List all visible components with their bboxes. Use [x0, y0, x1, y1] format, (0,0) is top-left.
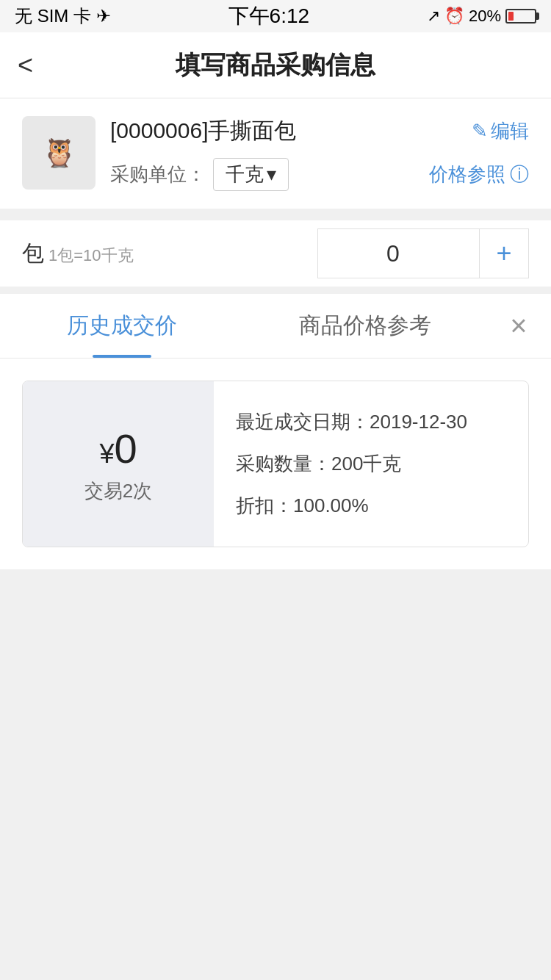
- price-reference-button[interactable]: 价格参照 ⓘ: [429, 162, 529, 187]
- quantity-plus-button[interactable]: +: [479, 228, 529, 278]
- product-thumbnail-icon: 🦉: [42, 137, 76, 169]
- product-thumbnail: 🦉: [22, 116, 96, 190]
- edit-button[interactable]: ✎ 编辑: [472, 118, 529, 144]
- purchase-quantity-row: 采购数量：200千克: [236, 450, 506, 478]
- quantity-sub-label: 1包=10千克: [48, 245, 134, 267]
- history-trades-count: 交易2次: [84, 478, 152, 504]
- info-icon: ⓘ: [510, 162, 529, 187]
- product-info: [0000006]手撕面包 ✎ 编辑 采购单位： 千克 ▾ 价格参照 ⓘ: [110, 116, 529, 191]
- history-card: ¥0 交易2次 最近成交日期：2019-12-30 采购数量：200千克 折扣：…: [22, 381, 529, 547]
- unit-select-dropdown[interactable]: 千克 ▾: [213, 158, 289, 191]
- purchase-unit-row: 采购单位： 千克 ▾ 价格参照 ⓘ: [110, 158, 529, 191]
- product-name: [0000006]手撕面包: [110, 116, 296, 146]
- battery-label: 20%: [469, 7, 501, 26]
- nav-bar: < 填写商品采购信息: [0, 32, 551, 98]
- price-ref-label: 价格参照: [429, 162, 505, 187]
- status-left: 无 SIM 卡 ✈: [15, 4, 111, 28]
- tab-price-ref-label: 商品价格参考: [299, 311, 431, 341]
- price-symbol: ¥: [99, 439, 114, 469]
- location-icon: ↗: [427, 7, 440, 26]
- tab-price-reference[interactable]: 商品价格参考: [243, 294, 486, 358]
- discount-value: 100.00%: [293, 494, 369, 516]
- quantity-detail-label: 采购数量：: [236, 453, 331, 475]
- edit-label: 编辑: [491, 118, 529, 144]
- product-card: 🦉 [0000006]手撕面包 ✎ 编辑 采购单位： 千克 ▾: [0, 98, 551, 209]
- latest-date-row: 最近成交日期：2019-12-30: [236, 408, 506, 436]
- dropdown-arrow-icon: ▾: [267, 163, 276, 186]
- sim-wifi-label: 无 SIM 卡 ✈: [15, 4, 111, 28]
- history-price-value: ¥0: [99, 425, 137, 472]
- battery-icon: [505, 9, 536, 24]
- history-details-panel: 最近成交日期：2019-12-30 采购数量：200千克 折扣：100.00%: [214, 381, 528, 547]
- quantity-row: 包 1包=10千克 +: [0, 220, 551, 287]
- discount-label: 折扣：: [236, 494, 293, 516]
- latest-date-label: 最近成交日期：: [236, 411, 370, 433]
- quantity-unit: 包: [22, 239, 44, 269]
- quantity-input[interactable]: [317, 228, 479, 278]
- status-right: ↗ ⏰ 20%: [427, 7, 536, 26]
- tab-history-price[interactable]: 历史成交价: [0, 294, 243, 358]
- status-time: 下午6:12: [228, 2, 310, 30]
- status-bar: 无 SIM 卡 ✈ 下午6:12 ↗ ⏰ 20%: [0, 0, 551, 32]
- section-divider: [0, 287, 551, 294]
- product-title-row: [0000006]手撕面包 ✎ 编辑: [110, 116, 529, 146]
- back-button[interactable]: <: [18, 50, 33, 81]
- quantity-input-area: +: [317, 228, 529, 278]
- alarm-icon: ⏰: [444, 7, 464, 26]
- tab-section: 历史成交价 商品价格参考 × ¥0 交易2次 最近成交日期：2019-12-30…: [0, 294, 551, 569]
- history-price-panel: ¥0 交易2次: [23, 381, 214, 547]
- purchase-unit-label: 采购单位：: [110, 162, 206, 187]
- unit-value: 千克: [226, 162, 264, 187]
- discount-row: 折扣：100.00%: [236, 491, 506, 520]
- product-header: 🦉 [0000006]手撕面包 ✎ 编辑 采购单位： 千克 ▾: [22, 116, 529, 191]
- page-title: 填写商品采购信息: [176, 48, 375, 82]
- tab-active-indicator: [93, 355, 151, 358]
- tab-bar: 历史成交价 商品价格参考 ×: [0, 294, 551, 359]
- tab-history-label: 历史成交价: [67, 311, 177, 341]
- quantity-detail-value: 200千克: [331, 453, 401, 475]
- tab-close-button[interactable]: ×: [486, 294, 551, 359]
- latest-date-value: 2019-12-30: [370, 411, 467, 433]
- edit-icon: ✎: [472, 120, 488, 143]
- unit-left: 采购单位： 千克 ▾: [110, 158, 289, 191]
- history-content: ¥0 交易2次 最近成交日期：2019-12-30 采购数量：200千克 折扣：…: [0, 359, 551, 569]
- quantity-label: 包 1包=10千克: [22, 239, 317, 269]
